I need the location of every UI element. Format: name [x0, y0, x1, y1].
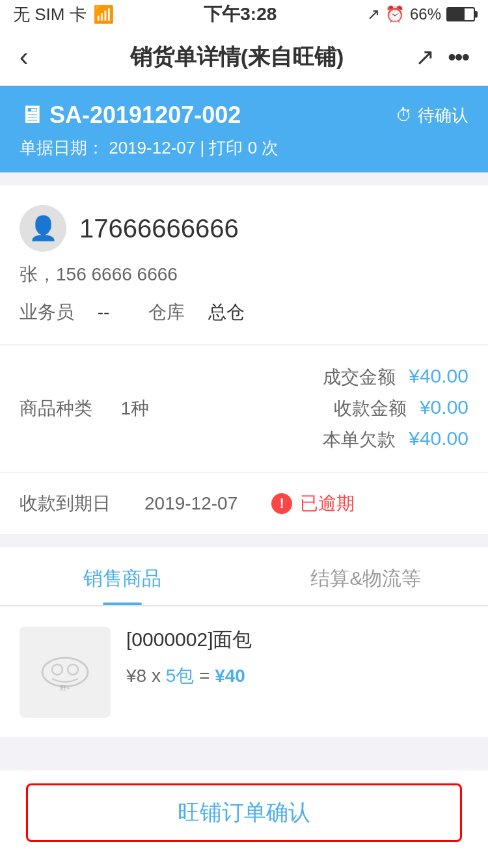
- owed-value: ¥40.00: [409, 427, 468, 452]
- status-left: 无 SIM 卡 📶: [13, 3, 114, 26]
- tabs-container: 销售商品 结算&物流等: [0, 547, 488, 606]
- tab-sales-products[interactable]: 销售商品: [0, 547, 244, 605]
- svg-point-1: [52, 664, 62, 675]
- product-type-area: 商品种类 1种: [20, 396, 149, 421]
- owed-label: 本单欠款: [323, 427, 396, 452]
- product-type-label: 商品种类: [20, 398, 92, 418]
- product-price-line: ¥8 x 5包 = ¥40: [126, 664, 468, 688]
- order-date: 2019-12-07: [109, 138, 195, 157]
- customer-meta: 业务员 -- 仓库 总仓: [20, 300, 468, 325]
- tab-settlement[interactable]: 结算&物流等: [244, 547, 488, 605]
- warehouse-value: 总仓: [190, 302, 245, 322]
- share-button[interactable]: ↗: [415, 44, 435, 71]
- product-name: [0000002]面包: [126, 627, 468, 653]
- status-label: 待确认: [418, 104, 468, 127]
- location-icon: ↗: [367, 5, 380, 23]
- confirm-button-label: 旺铺订单确认: [178, 798, 310, 828]
- overdue-text: 已逾期: [300, 491, 355, 516]
- page-title: 销货单详情(来自旺铺): [130, 42, 344, 72]
- bottom-bar: 旺铺订单确认: [0, 770, 488, 868]
- carrier-label: 无 SIM 卡: [13, 3, 87, 26]
- transaction-value: ¥40.00: [409, 365, 468, 390]
- product-card: 野+ [0000002]面包 ¥8 x 5包 = ¥40: [0, 607, 488, 737]
- status-bar: 无 SIM 卡 📶 下午3:28 ↗ ⏰ 66%: [0, 0, 488, 29]
- order-id: 🖥 SA-20191207-002: [20, 102, 241, 129]
- product-qty: 5包: [166, 666, 195, 686]
- salesperson-value: --: [79, 302, 110, 322]
- date-label: 单据日期：: [20, 138, 104, 157]
- transaction-label: 成交金额: [323, 365, 396, 390]
- customer-card: 👤 17666666666 张，156 6666 6666 业务员 -- 仓库 …: [0, 185, 488, 344]
- avatar-icon: 👤: [29, 215, 58, 242]
- order-id-value: SA-20191207-002: [49, 102, 241, 129]
- salesperson-item: 业务员 --: [20, 300, 109, 325]
- product-image: 野+: [20, 627, 111, 718]
- transaction-line: 成交金额 ¥40.00: [323, 365, 468, 390]
- nav-actions: ↗ •••: [415, 44, 468, 71]
- owed-line: 本单欠款 ¥40.00: [323, 427, 468, 452]
- received-line: 收款金额 ¥0.00: [334, 396, 468, 421]
- battery-percentage: 66%: [410, 5, 441, 23]
- customer-phone: 17666666666: [79, 214, 239, 243]
- confirm-order-button[interactable]: 旺铺订单确认: [26, 783, 462, 842]
- wifi-icon: 📶: [93, 5, 114, 25]
- product-price: ¥8 x: [126, 666, 166, 686]
- amounts-right: 成交金额 ¥40.00 收款金额 ¥0.00 本单欠款 ¥40.00: [323, 365, 468, 452]
- back-button[interactable]: ‹: [20, 42, 59, 72]
- product-total: ¥40: [215, 666, 245, 686]
- status-clock-icon: ⏱: [396, 105, 413, 126]
- due-date-value: 2019-12-07: [144, 493, 237, 514]
- battery-icon: [446, 7, 475, 21]
- warehouse-label: 仓库: [148, 302, 185, 322]
- product-type-value: 1种: [121, 398, 150, 418]
- status-right: ↗ ⏰ 66%: [367, 5, 475, 23]
- order-status: ⏱ 待确认: [396, 104, 468, 127]
- svg-text:野+: 野+: [60, 685, 70, 692]
- print-count: | 打印 0 次: [200, 138, 278, 157]
- due-date-card: 收款到期日 2019-12-07 ! 已逾期: [0, 473, 488, 534]
- order-header-top: 🖥 SA-20191207-002 ⏱ 待确认: [20, 102, 468, 129]
- overdue-icon: !: [271, 493, 292, 514]
- svg-point-2: [68, 664, 78, 675]
- amounts-row: 商品种类 1种 成交金额 ¥40.00 收款金额 ¥0.00 本单欠款 ¥40.…: [20, 365, 468, 452]
- more-button[interactable]: •••: [448, 44, 468, 71]
- order-date-line: 单据日期： 2019-12-07 | 打印 0 次: [20, 137, 468, 159]
- amounts-card: 商品种类 1种 成交金额 ¥40.00 收款金额 ¥0.00 本单欠款 ¥40.…: [0, 346, 488, 472]
- received-value: ¥0.00: [420, 396, 468, 421]
- tab-settlement-label: 结算&物流等: [310, 567, 421, 589]
- product-logo-icon: 野+: [39, 653, 91, 692]
- status-time: 下午3:28: [204, 2, 277, 27]
- salesperson-label: 业务员: [20, 302, 74, 322]
- tab-sales-label: 销售商品: [83, 567, 161, 589]
- received-label: 收款金额: [334, 396, 407, 421]
- warehouse-item: 仓库 总仓: [148, 300, 245, 325]
- avatar: 👤: [20, 205, 66, 252]
- order-id-icon: 🖥: [20, 102, 43, 129]
- tab-underline: [103, 603, 142, 605]
- product-info: [0000002]面包 ¥8 x 5包 = ¥40: [126, 627, 468, 688]
- nav-bar: ‹ 销货单详情(来自旺铺) ↗ •••: [0, 29, 488, 86]
- customer-name: 张，156 6666 6666: [20, 262, 468, 287]
- due-date-label: 收款到期日: [20, 491, 111, 516]
- order-header: 🖥 SA-20191207-002 ⏱ 待确认 单据日期： 2019-12-07…: [0, 86, 488, 172]
- product-equals: =: [194, 666, 215, 686]
- customer-top: 👤 17666666666: [20, 205, 468, 252]
- alarm-icon: ⏰: [385, 5, 405, 23]
